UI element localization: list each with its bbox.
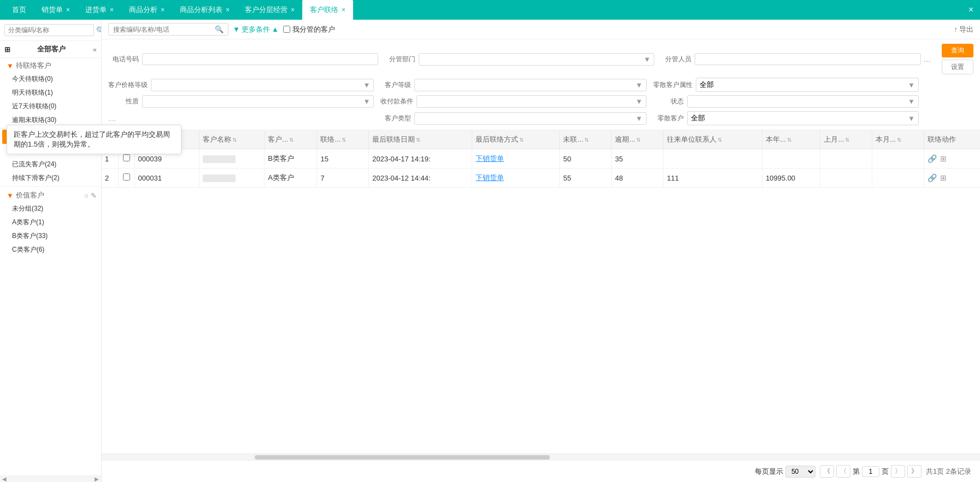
filter-retail-attr: 零散客户属性 全部 ▼ (653, 78, 919, 92)
export-button[interactable]: ↑ 导出 (954, 25, 974, 34)
nav-close-purchase[interactable]: × (110, 6, 114, 14)
page-navigation: 《 〈 第 页 〉 》 (820, 465, 922, 478)
nav-close-contact[interactable]: × (342, 6, 345, 14)
settings-button[interactable]: 设置 (942, 60, 973, 74)
th-unit-contact[interactable]: 往来单位联系人 ⇅ (664, 130, 762, 149)
manager-more-icon[interactable]: … (923, 55, 931, 63)
more-conditions-button[interactable]: ▼ 更多条件 ▲ (233, 25, 279, 34)
nav-customer-contact[interactable]: 客户联络 × (302, 0, 353, 20)
action-link-icon-1[interactable]: 🔗 (928, 154, 937, 163)
phone-input[interactable] (142, 53, 378, 65)
scrollbar-thumb[interactable] (255, 455, 550, 460)
toolbar: 🔍 ▼ 更多条件 ▲ 我分管的客户 ↑ 导出 (102, 20, 980, 39)
th-category[interactable]: 客户... ⇅ (265, 130, 317, 149)
th-contact[interactable]: 联络... ⇅ (317, 130, 369, 149)
sidebar-scroll-left[interactable]: ◀ (2, 476, 7, 482)
nav-customer-segment[interactable]: 客户分层经营 × (237, 0, 302, 20)
nav-purchase-order[interactable]: 进货单 × (78, 0, 121, 20)
td-date-1: 2023-04-17 14:19: (369, 149, 472, 169)
horizontal-scrollbar[interactable] (102, 454, 980, 460)
last-page-button[interactable]: 》 (907, 465, 922, 478)
tooltip-box: 距客户上次交易时长，超过了此客户的平均交易周期的1.5倍，则视为异常。 (102, 125, 181, 154)
sidebar-item-declining[interactable]: 持续下滑客户(2) (0, 171, 101, 185)
more-filter-dots[interactable]: … (108, 114, 116, 123)
sidebar-item-a-class[interactable]: A类客户(1) (0, 216, 101, 229)
toolbar-search-input[interactable] (113, 26, 213, 33)
retail-customer-select[interactable]: 全部 ▼ (687, 111, 919, 125)
row-1-checkbox[interactable] (123, 154, 130, 161)
nav-home[interactable]: 首页 (4, 0, 34, 20)
action-grid-icon-1[interactable]: ⊞ (940, 154, 947, 163)
sidebar-item-unclassified[interactable]: 未分组(32) (0, 202, 101, 216)
price-level-select[interactable]: ▼ (151, 79, 374, 91)
sidebar-search-input[interactable] (4, 24, 94, 36)
dept-select[interactable]: ▼ (419, 53, 655, 66)
td-method-1[interactable]: 下销货单 (472, 149, 560, 169)
row-2-checkbox[interactable] (123, 173, 130, 181)
sort-unit-icon: ⇅ (718, 137, 722, 143)
payment-select[interactable]: ▼ (416, 95, 646, 108)
sort-contact-icon: ⇅ (342, 137, 346, 143)
sidebar-item-b-class[interactable]: B类客户(33) (0, 229, 101, 243)
sidebar-add-icon[interactable]: ✎ (91, 191, 97, 200)
action-buttons: 查询 设置 (937, 44, 973, 74)
prev-page-button[interactable]: 〈 (836, 465, 850, 478)
window-close-button[interactable]: × (969, 5, 973, 15)
td-contact-2: 7 (317, 169, 369, 188)
next-page-button[interactable]: 〉 (891, 465, 905, 478)
sidebar-item-c-class[interactable]: C类客户(6) (0, 243, 101, 257)
toolbar-search-icon[interactable]: 🔍 (215, 25, 224, 33)
th-overdue[interactable]: 逾期... ⇅ (612, 130, 664, 149)
sidebar-item-tomorrow-pending[interactable]: 明天待联络(1) (0, 86, 101, 100)
retail-customer-value: 全部 (691, 113, 705, 123)
retail-customer-label: 零散客户 (653, 114, 684, 123)
sort-method-icon: ⇅ (519, 137, 524, 143)
customer-level-select[interactable]: ▼ (414, 79, 646, 91)
manager-input[interactable] (695, 53, 921, 65)
masked-name-1 (203, 155, 236, 163)
action-link-icon-2[interactable]: 🔗 (928, 173, 937, 182)
per-page-select[interactable]: 50 20 100 (785, 466, 815, 478)
first-page-button[interactable]: 《 (820, 465, 834, 478)
export-icon: ↑ (954, 25, 958, 33)
contact-method-link-2[interactable]: 下销货单 (476, 173, 504, 182)
sidebar-collapse-button[interactable]: « (93, 45, 97, 54)
th-last-contact-date[interactable]: 最后联络日期 ⇅ (369, 130, 472, 149)
sidebar-search-icon[interactable]: 🔍 (96, 26, 102, 34)
contact-method-link-1[interactable]: 下销货单 (476, 154, 504, 162)
my-customers-checkbox[interactable] (283, 26, 290, 33)
query-button[interactable]: 查询 (942, 44, 973, 57)
th-this-month[interactable]: 本月... ⇅ (872, 130, 924, 149)
nav-product-analysis[interactable]: 商品分析 × (121, 0, 172, 20)
td-actions-2: 🔗 ⊞ (924, 169, 980, 188)
sidebar-edit-icon[interactable]: ○ (84, 191, 89, 200)
th-pending[interactable]: 未联... ⇅ (560, 130, 612, 149)
page-number-input[interactable] (862, 466, 879, 477)
sidebar-item-churned[interactable]: 已流失客户(24) (0, 158, 101, 171)
nav-product-analysis-list[interactable]: 商品分析列表 × (172, 0, 237, 20)
nav-close-segment[interactable]: × (291, 6, 295, 14)
filter-row-1: 电话号码 分管部门 ▼ 分管人员 … (108, 44, 973, 74)
gender-select[interactable]: ▼ (142, 95, 374, 108)
sidebar-item-today-pending[interactable]: 今天待联络(0) (0, 72, 101, 86)
th-customer-name[interactable]: 客户名称 ⇅ (199, 130, 265, 149)
sidebar-search-bar: 🔍 (0, 20, 101, 41)
action-grid-icon-2[interactable]: ⊞ (940, 173, 947, 182)
nav-sales-order[interactable]: 销货单 × (34, 0, 78, 20)
status-label: 状态 (653, 97, 684, 106)
th-this-year[interactable]: 本年... ⇅ (762, 130, 820, 149)
status-select[interactable]: ▼ (687, 95, 919, 108)
th-last-month[interactable]: 上月... ⇅ (820, 130, 872, 149)
per-page-label: 每页显示 (755, 467, 783, 477)
td-method-2[interactable]: 下销货单 (472, 169, 560, 188)
th-last-contact-method[interactable]: 最后联络方式 ⇅ (472, 130, 560, 149)
nav-close-product-list[interactable]: × (226, 6, 230, 14)
nav-close-product-analysis[interactable]: × (161, 6, 165, 14)
query-settings-buttons: 查询 设置 (942, 44, 973, 74)
sidebar-item-7days-pending[interactable]: 近7天待联络(0) (0, 100, 101, 113)
retail-attr-select[interactable]: 全部 ▼ (696, 78, 919, 92)
td-unit-contact-2: 111 (664, 169, 762, 188)
nav-close-sales[interactable]: × (66, 6, 70, 14)
customer-type-select[interactable]: ▼ (414, 112, 646, 125)
sidebar-scroll-right[interactable]: ▶ (95, 476, 99, 482)
